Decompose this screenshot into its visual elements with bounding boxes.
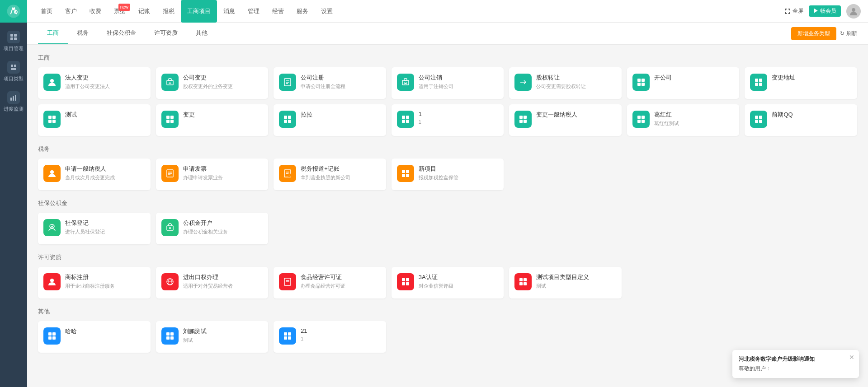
3a-cert-desc: 对企业信誉评级 bbox=[419, 283, 499, 289]
card-tax-declare[interactable]: + 税务报道+记账 拿到营业执照的新公司 bbox=[274, 159, 386, 190]
tab-license[interactable]: 许可资质 bbox=[145, 23, 187, 44]
card-liupeng-test[interactable]: 刘鹏测试 测试 bbox=[156, 321, 269, 353]
tab-bizreg[interactable]: 工商 bbox=[38, 23, 68, 44]
new-project-desc: 报税加税控盘保管 bbox=[419, 174, 499, 181]
nav-tax[interactable]: 报税 bbox=[156, 0, 181, 23]
card-food-license[interactable]: 食品经营许可证 办理食品经营许可证 bbox=[274, 267, 386, 298]
refresh-button[interactable]: ↻ 刷新 bbox=[840, 30, 857, 37]
project-manage-icon bbox=[7, 31, 20, 43]
sidebar-item-project-manage[interactable]: 项目管理 bbox=[0, 26, 27, 56]
open-company-title: 开公司 bbox=[654, 74, 734, 82]
social-section-title: 社保公积金 bbox=[38, 199, 857, 207]
svg-rect-86 bbox=[402, 282, 405, 285]
notification-close-button[interactable]: ✕ bbox=[849, 354, 854, 361]
nav-customer[interactable]: 客户 bbox=[59, 0, 83, 23]
svg-rect-30 bbox=[755, 79, 758, 82]
card-fund-open[interactable]: 公积金开户 办理公积金相关业务 bbox=[156, 213, 269, 244]
svg-rect-75 bbox=[406, 174, 409, 177]
nav-service[interactable]: 服务 bbox=[290, 0, 315, 23]
legal-change-desc: 适用于公司变更法人 bbox=[65, 83, 145, 90]
fullscreen-btn[interactable]: 全屏 bbox=[784, 7, 803, 15]
sidebar-nav: 项目管理 项目类型 进度监测 bbox=[0, 26, 27, 117]
nav-invoice[interactable]: 票据 new bbox=[108, 0, 132, 23]
nav-accounting[interactable]: 记账 bbox=[132, 0, 156, 23]
card-qqearly[interactable]: 前期QQ bbox=[745, 104, 857, 136]
card-new-project[interactable]: 新项目 报税加税控盘保管 bbox=[392, 159, 504, 190]
card-lala[interactable]: 拉拉 bbox=[274, 104, 386, 136]
tab-other[interactable]: 其他 bbox=[187, 23, 217, 44]
card-3a-cert[interactable]: 3A认证 对企业信誉评级 bbox=[392, 267, 504, 298]
nav-operation[interactable]: 经营 bbox=[266, 0, 290, 23]
nav-settings[interactable]: 设置 bbox=[315, 0, 339, 23]
user-avatar[interactable] bbox=[846, 4, 861, 19]
nav-bizreg[interactable]: 工商项目 bbox=[181, 0, 217, 23]
card-apply-invoice[interactable]: 申请发票 办理申请发票业务 bbox=[156, 159, 269, 190]
card-legal-change[interactable]: 法人变更 适用于公司变更法人 bbox=[38, 67, 151, 99]
svg-rect-27 bbox=[642, 79, 645, 82]
svg-rect-90 bbox=[519, 282, 523, 285]
card-haha[interactable]: 哈哈 bbox=[38, 321, 151, 353]
social-reg-icon bbox=[43, 219, 61, 236]
svg-rect-39 bbox=[170, 116, 174, 119]
svg-rect-93 bbox=[52, 332, 56, 336]
card-num1[interactable]: 1 1 bbox=[392, 104, 504, 136]
nav-billing[interactable]: 收费 bbox=[83, 0, 108, 23]
tab-social[interactable]: 社保公积金 bbox=[98, 23, 145, 44]
svg-rect-87 bbox=[406, 282, 409, 285]
card-company-change[interactable]: 公司变更 股权变更外的业务变更 bbox=[156, 67, 269, 99]
nav-manage[interactable]: 管理 bbox=[241, 0, 266, 23]
svg-rect-92 bbox=[48, 332, 52, 336]
import-export-title: 进出口权办理 bbox=[183, 273, 263, 281]
other-section-title: 其他 bbox=[38, 308, 857, 316]
sidebar-logo[interactable] bbox=[0, 0, 27, 23]
vip-button[interactable]: ▶ 畅会员 bbox=[809, 5, 841, 17]
card-social-reg[interactable]: 社保登记 进行人员社保登记 bbox=[38, 213, 151, 244]
card-apply-tax[interactable]: 申请一般纳税人 当月或次月成变更完成 bbox=[38, 159, 151, 190]
liupeng-test-title: 刘鹏测试 bbox=[183, 327, 263, 336]
sidebar-item-progress-monitor[interactable]: 进度监测 bbox=[0, 87, 27, 117]
svg-rect-95 bbox=[52, 336, 56, 340]
svg-rect-40 bbox=[166, 120, 170, 123]
company-cancel-icon bbox=[397, 74, 414, 91]
svg-rect-96 bbox=[166, 332, 170, 336]
card-mahonghong[interactable]: 葛红红 葛红红测试 bbox=[627, 104, 740, 136]
card-trademark[interactable]: 商标注册 用于企业商标注册服务 bbox=[38, 267, 151, 298]
card-import-export[interactable]: 进出口权办理 适用于对外贸易经营者 bbox=[156, 267, 269, 298]
card-change[interactable]: 变更 bbox=[156, 104, 269, 136]
svg-rect-58 bbox=[755, 116, 758, 119]
tax-cards: 申请一般纳税人 当月或次月成变更完成 申请发票 办理申请发票业务 + bbox=[38, 159, 857, 190]
svg-rect-72 bbox=[402, 170, 405, 173]
card-open-company[interactable]: 开公司 bbox=[627, 67, 740, 99]
svg-rect-5 bbox=[14, 37, 17, 40]
card-company-cancel[interactable]: 公司注销 适用于注销公司 bbox=[392, 67, 504, 99]
svg-rect-36 bbox=[48, 120, 52, 123]
lala-icon bbox=[279, 111, 296, 128]
card-change-tax[interactable]: 变更一般纳税人 bbox=[509, 104, 622, 136]
svg-rect-3 bbox=[14, 34, 17, 37]
svg-rect-88 bbox=[519, 278, 523, 281]
new-business-type-button[interactable]: 新增业务类型 bbox=[791, 27, 836, 40]
nav-message[interactable]: 消息 bbox=[217, 0, 241, 23]
company-change-icon bbox=[161, 74, 179, 91]
sidebar-item-project-type[interactable]: 项目类型 bbox=[0, 56, 27, 87]
food-license-title: 食品经营许可证 bbox=[301, 273, 381, 281]
nav-home[interactable]: 首页 bbox=[34, 0, 59, 23]
svg-rect-4 bbox=[10, 37, 13, 40]
svg-rect-101 bbox=[288, 332, 291, 336]
card-company-register[interactable]: 公司注册 申请公司注册全流程 bbox=[274, 67, 386, 99]
svg-rect-43 bbox=[288, 116, 291, 119]
haha-title: 哈哈 bbox=[65, 327, 145, 336]
card-num21[interactable]: 21 1 bbox=[274, 321, 386, 353]
tab-tax[interactable]: 税务 bbox=[68, 23, 98, 44]
license-cards: 商标注册 用于企业商标注册服务 进出口权办理 适用于对外贸易经营者 bbox=[38, 267, 857, 298]
svg-rect-52 bbox=[519, 120, 523, 123]
company-cancel-title: 公司注销 bbox=[419, 74, 499, 82]
scroll-area: 工商 法人变更 适用于公司变更法人 公司变更 bbox=[27, 45, 868, 387]
card-test[interactable]: 测试 bbox=[38, 104, 151, 136]
card-equity-transfer[interactable]: 股权转让 公司变更需要股权转让 bbox=[509, 67, 622, 99]
notification-content: 尊敬的用户： bbox=[739, 365, 853, 373]
card-test-type[interactable]: 测试项目类型目定义 测试 bbox=[509, 267, 622, 298]
card-change-address[interactable]: 变更地址 bbox=[745, 67, 857, 99]
new-project-icon bbox=[397, 165, 414, 182]
svg-rect-37 bbox=[52, 120, 56, 123]
